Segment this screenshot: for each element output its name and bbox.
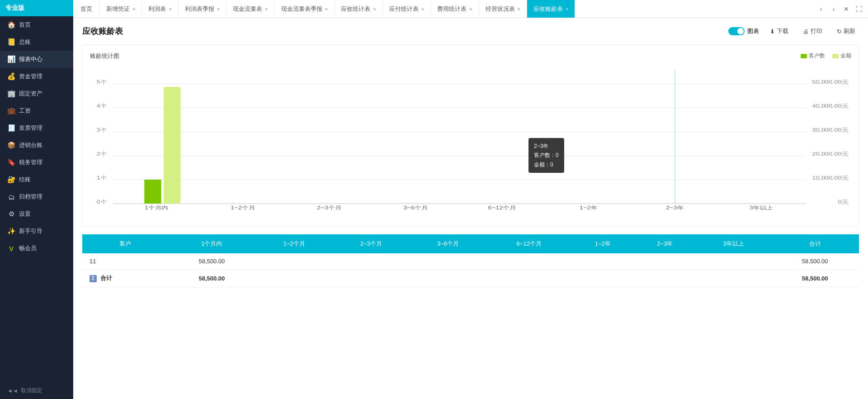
tab-ar-stat-label: 应收统计表 [341, 5, 370, 13]
legend-amount-color [832, 54, 839, 58]
tab-biz-stat[interactable]: 经营状况表 × [479, 0, 527, 18]
svg-text:1个: 1个 [97, 175, 107, 181]
tab-cashflow-quarter[interactable]: 现金流量表季报 × [275, 0, 335, 18]
svg-text:30,000.00元: 30,000.00元 [812, 127, 848, 133]
tab-cashflow-close[interactable]: × [265, 6, 268, 12]
tab-profit-quarter[interactable]: 利润表季报 × [179, 0, 226, 18]
legend-amount: 金额 [832, 52, 851, 60]
sidebar-label-funds: 资金管理 [19, 72, 42, 81]
tab-profit-close[interactable]: × [169, 6, 171, 12]
sidebar-item-reports[interactable]: 📊 报表中心 [0, 51, 73, 68]
tab-prev-button[interactable]: ‹ [816, 4, 826, 14]
cell-total-0: 58,500.00 [771, 253, 859, 270]
close-icon: 🔐 [7, 176, 15, 184]
sidebar-label-settings: 设置 [19, 210, 31, 218]
sidebar-label-close: 结账 [19, 176, 31, 184]
member-icon: V [7, 244, 15, 252]
sidebar-item-home[interactable]: 🏠 首页 [0, 16, 73, 33]
home-icon: 🏠 [7, 21, 15, 29]
tab-ap-stat-close[interactable]: × [421, 6, 424, 12]
tab-ar-aging[interactable]: 应收账龄表 × [527, 0, 575, 18]
tab-cashflow[interactable]: 现金流量表 × [226, 0, 274, 18]
cell-m6-0 [410, 253, 486, 270]
toggle-track[interactable] [728, 27, 745, 35]
page-header: 应收账龄表 图表 ⬇ 下载 🖨 打印 [82, 25, 859, 37]
tax-icon: 🔖 [7, 158, 15, 166]
tab-cashflow-quarter-close[interactable]: × [325, 6, 328, 12]
cell-y2-0 [571, 253, 634, 270]
tab-biz-stat-close[interactable]: × [518, 6, 520, 12]
tab-voucher[interactable]: 新增凭证 × [100, 0, 142, 18]
download-label: 下载 [777, 27, 788, 35]
sidebar-item-assets[interactable]: 🏢 固定资产 [0, 85, 73, 102]
legend-amount-label: 金额 [840, 52, 851, 60]
tab-expense-stat[interactable]: 费用统计表 × [431, 0, 479, 18]
svg-text:3年以上: 3年以上 [750, 205, 773, 210]
tab-ap-stat[interactable]: 应付统计表 × [383, 0, 431, 18]
svg-text:40,000.00元: 40,000.00元 [812, 103, 848, 109]
sidebar-pin-toggle[interactable]: ◄◄ 取消固定 [0, 382, 73, 399]
sidebar-item-tax[interactable]: 🔖 税务管理 [0, 154, 73, 171]
sidebar-label-ledger: 总账 [19, 38, 31, 46]
tab-profit-quarter-close[interactable]: × [217, 6, 220, 12]
sidebar-item-invoice[interactable]: 🧾 发票管理 [0, 119, 73, 137]
sidebar-item-guide[interactable]: ✨ 新手引导 [0, 223, 73, 240]
refresh-button[interactable]: ↻ 刷新 [833, 25, 859, 37]
invoice-icon: 🧾 [7, 124, 15, 132]
svg-text:1个月内: 1个月内 [145, 205, 168, 210]
tab-voucher-close[interactable]: × [132, 6, 135, 12]
sidebar-item-inventory[interactable]: 📦 进销台账 [0, 137, 73, 154]
col-y3: 2~3年 [634, 234, 696, 253]
chart-toggle[interactable]: 图表 [728, 27, 759, 35]
ledger-icon: 📒 [7, 38, 15, 46]
bar-amount-0 [164, 87, 180, 204]
sidebar-item-funds[interactable]: 💰 资金管理 [0, 68, 73, 85]
svg-text:0个: 0个 [97, 199, 107, 205]
tab-close-all-button[interactable]: ✕ [841, 4, 852, 14]
tab-profit-label: 利润表 [148, 5, 166, 13]
page-inner: 应收账龄表 图表 ⬇ 下载 🖨 打印 [73, 18, 868, 399]
sidebar-item-salary[interactable]: 💼 工资 [0, 102, 73, 119]
col-m2: 1~2个月 [256, 234, 333, 253]
chart-svg: 0个 1个 2个 3个 4个 5个 0元 10,000.00元 20,000.0… [90, 66, 851, 210]
tab-ar-aging-close[interactable]: × [566, 6, 568, 12]
svg-text:2~3年: 2~3年 [666, 205, 684, 210]
toggle-label: 图表 [747, 27, 759, 35]
tab-next-button[interactable]: › [828, 4, 839, 14]
print-button[interactable]: 🖨 打印 [799, 25, 826, 37]
sidebar-item-settings[interactable]: ⚙ 设置 [0, 205, 73, 223]
sidebar-label-invoice: 发票管理 [19, 124, 42, 132]
cell-total-y2 [571, 270, 634, 287]
inventory-icon: 📦 [7, 141, 15, 149]
total-icon: Σ [90, 275, 97, 282]
col-m6: 3~6个月 [410, 234, 486, 253]
tab-expand-button[interactable]: ⛶ [854, 4, 864, 14]
svg-text:5个: 5个 [97, 79, 107, 85]
cell-total-sum: 58,500.00 [771, 270, 859, 287]
col-total: 合计 [771, 234, 859, 253]
cell-m3-0 [333, 253, 410, 270]
toggle-thumb [737, 28, 744, 34]
sidebar: 专业版 🏠 首页 📒 总账 📊 报表中心 💰 资金管理 🏢 固定资产 💼 工资 … [0, 0, 73, 399]
chart-legend: 客户数 金额 [801, 52, 851, 60]
sidebar-label-salary: 工资 [19, 107, 31, 115]
print-label: 打印 [811, 27, 822, 35]
guide-icon: ✨ [7, 227, 15, 235]
sidebar-item-archive[interactable]: 🗂 归档管理 [0, 188, 73, 205]
sidebar-item-close[interactable]: 🔐 结账 [0, 171, 73, 188]
sidebar-item-member[interactable]: V 畅会员 [0, 240, 73, 257]
sidebar-item-ledger[interactable]: 📒 总账 [0, 33, 73, 51]
tab-profit-quarter-label: 利润表季报 [185, 5, 214, 13]
download-button[interactable]: ⬇ 下载 [766, 25, 792, 37]
tab-expense-stat-close[interactable]: × [469, 6, 472, 12]
page-actions: 图表 ⬇ 下载 🖨 打印 ↻ 刷新 [728, 25, 859, 37]
tab-ar-stat-close[interactable]: × [373, 6, 376, 12]
tab-profit[interactable]: 利润表 × [142, 0, 178, 18]
chart-area: 账龄统计图 客户数 金额 0个 1个 [82, 44, 859, 227]
tab-ar-stat[interactable]: 应收统计表 × [335, 0, 382, 18]
svg-text:3个: 3个 [97, 127, 107, 133]
sidebar-label-archive: 归档管理 [19, 193, 42, 201]
tab-home[interactable]: 首页 [73, 0, 100, 18]
sidebar-label-home: 首页 [19, 21, 31, 29]
salary-icon: 💼 [7, 107, 15, 115]
